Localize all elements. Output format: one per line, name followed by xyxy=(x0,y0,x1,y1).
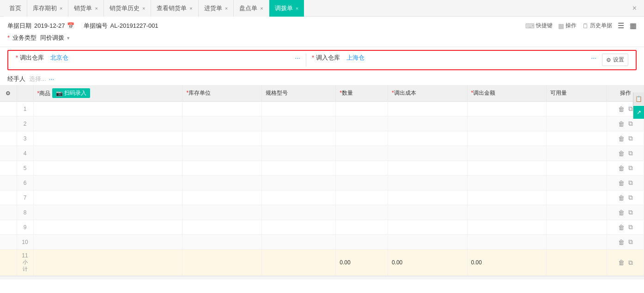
row-cost-cell[interactable] xyxy=(388,176,467,190)
tab-sales-order[interactable]: 销货单 × xyxy=(68,0,103,17)
delete-icon[interactable]: 🗑 xyxy=(618,238,625,246)
row-amount-cell[interactable] xyxy=(467,220,547,235)
scan-button[interactable]: 📷 扫码录入 xyxy=(52,88,90,98)
subtotal-spec-cell xyxy=(262,250,336,276)
row-cost-cell[interactable] xyxy=(388,116,467,131)
tab-sales-history[interactable]: 销货单历史 × xyxy=(104,0,151,17)
qty-header: *数量 xyxy=(336,85,388,102)
row-qty-cell[interactable] xyxy=(336,176,388,190)
note-tool-button[interactable]: 📋 xyxy=(633,92,644,105)
handler-more[interactable]: ··· xyxy=(49,75,55,83)
delete-icon[interactable]: 🗑 xyxy=(618,105,625,113)
window-close-button[interactable]: × xyxy=(629,4,640,12)
row-product-cell[interactable] xyxy=(33,190,182,205)
tab-view-sales-close[interactable]: × xyxy=(189,6,192,11)
delete-icon[interactable]: 🗑 xyxy=(618,224,625,231)
row-cost-cell[interactable] xyxy=(388,146,467,161)
row-product-cell[interactable] xyxy=(33,220,182,235)
row-amount-cell[interactable] xyxy=(467,205,547,220)
delete-icon[interactable]: 🗑 xyxy=(618,150,625,157)
copy-icon[interactable]: ⧉ xyxy=(628,120,633,128)
row-product-cell[interactable] xyxy=(33,102,182,116)
row-cost-cell[interactable] xyxy=(388,190,467,205)
row-qty-cell[interactable] xyxy=(336,116,388,131)
copy-icon[interactable]: ⧉ xyxy=(628,179,633,187)
row-amount-cell[interactable] xyxy=(467,102,547,116)
row-product-cell[interactable] xyxy=(33,176,182,190)
history-button[interactable]: 🗒 历史单据 xyxy=(582,22,612,30)
delete-icon[interactable]: 🗑 xyxy=(618,194,625,201)
row-amount-cell[interactable] xyxy=(467,190,547,205)
tab-home[interactable]: 首页 xyxy=(4,0,27,17)
copy-icon[interactable]: ⧉ xyxy=(628,134,633,142)
tab-transfer[interactable]: 调拨单 × xyxy=(269,0,304,17)
row-amount-cell[interactable] xyxy=(467,176,547,190)
copy-icon[interactable]: ⧉ xyxy=(628,149,633,157)
delete-icon[interactable]: 🗑 xyxy=(618,120,625,128)
row-amount-cell[interactable] xyxy=(467,146,547,161)
row-cost-cell[interactable] xyxy=(388,131,467,146)
row-cost-cell[interactable] xyxy=(388,220,467,235)
copy-icon[interactable]: ⧉ xyxy=(628,164,633,172)
copy-icon[interactable]: ⧉ xyxy=(628,105,633,113)
delete-icon[interactable]: 🗑 xyxy=(618,165,625,172)
row-qty-cell[interactable] xyxy=(336,205,388,220)
row-qty-cell[interactable] xyxy=(336,146,388,161)
row-cost-cell[interactable] xyxy=(388,102,467,116)
row-amount-cell[interactable] xyxy=(467,131,547,146)
row-qty-cell[interactable] xyxy=(336,190,388,205)
row-qty-cell[interactable] xyxy=(336,220,388,235)
row-number-cell: 8 xyxy=(17,205,33,220)
subtotal-unit-cell xyxy=(182,250,262,276)
row-amount-cell[interactable] xyxy=(467,161,547,176)
settings-button[interactable]: ⚙ 设置 xyxy=(602,54,628,66)
delete-icon[interactable]: 🗑 xyxy=(618,209,625,216)
table-settings-header[interactable]: ⚙ xyxy=(0,85,17,102)
row-product-cell[interactable] xyxy=(33,116,182,131)
row-qty-cell[interactable] xyxy=(336,235,388,250)
row-product-cell[interactable] xyxy=(33,146,182,161)
delete-icon[interactable]: 🗑 xyxy=(618,179,625,187)
row-amount-cell[interactable] xyxy=(467,116,547,131)
copy-icon[interactable]: ⧉ xyxy=(628,208,633,216)
delete-icon[interactable]: 🗑 xyxy=(618,259,625,266)
in-warehouse-more[interactable]: ··· xyxy=(591,54,596,61)
tab-purchase-order[interactable]: 进货单 × xyxy=(199,0,234,17)
bottom-scrollbar[interactable] xyxy=(0,276,644,280)
copy-icon[interactable]: ⧉ xyxy=(628,238,633,246)
handler-select[interactable]: 选择... xyxy=(29,75,46,83)
list-view-button[interactable]: ☰ xyxy=(618,21,624,30)
tab-sales-order-close[interactable]: × xyxy=(95,6,97,11)
table-settings-icon[interactable]: ⚙ xyxy=(6,90,11,97)
row-cost-cell[interactable] xyxy=(388,235,467,250)
calendar-icon[interactable]: 📅 xyxy=(67,22,74,29)
copy-icon[interactable]: ⧉ xyxy=(628,223,633,231)
business-type-dropdown[interactable]: ▾ xyxy=(67,35,70,41)
row-cost-cell[interactable] xyxy=(388,205,467,220)
operations-button[interactable]: ▦ 操作 xyxy=(558,22,577,30)
tab-view-sales[interactable]: 查看销货单 × xyxy=(151,0,198,17)
tab-inventory-count[interactable]: 盘点单 × xyxy=(234,0,269,17)
row-product-cell[interactable] xyxy=(33,235,182,250)
tab-inventory-init[interactable]: 库存期初 × xyxy=(27,0,68,17)
export-tool-button[interactable]: ↗ xyxy=(633,106,644,119)
out-warehouse-more[interactable]: ··· xyxy=(295,54,300,61)
row-product-cell[interactable] xyxy=(33,161,182,176)
row-product-cell[interactable] xyxy=(33,131,182,146)
row-qty-cell[interactable] xyxy=(336,131,388,146)
copy-icon[interactable]: ⧉ xyxy=(628,194,633,201)
row-cost-cell[interactable] xyxy=(388,161,467,176)
row-amount-cell[interactable] xyxy=(467,235,547,250)
grid-view-button[interactable]: ▦ xyxy=(630,21,637,30)
tab-inventory-init-close[interactable]: × xyxy=(60,6,62,11)
delete-icon[interactable]: 🗑 xyxy=(618,135,625,142)
row-product-cell[interactable] xyxy=(33,205,182,220)
row-qty-cell[interactable] xyxy=(336,161,388,176)
tab-purchase-order-close[interactable]: × xyxy=(225,6,228,11)
tab-transfer-close[interactable]: × xyxy=(296,6,298,11)
copy-icon[interactable]: ⧉ xyxy=(628,259,633,267)
row-qty-cell[interactable] xyxy=(336,102,388,116)
tab-sales-history-close[interactable]: × xyxy=(142,6,145,11)
tab-inventory-count-close[interactable]: × xyxy=(260,6,263,11)
shortcuts-button[interactable]: ⌨ 快捷键 xyxy=(525,22,553,30)
